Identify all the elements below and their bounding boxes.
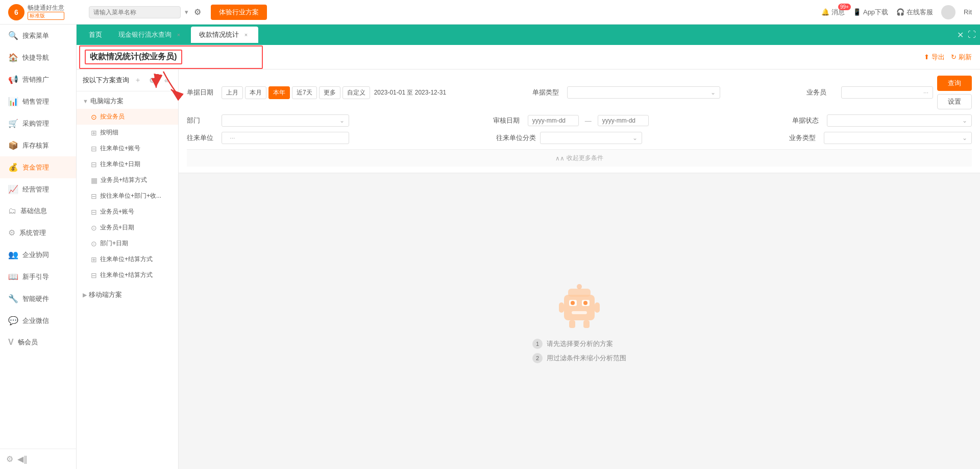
scheme-item-by-detail[interactable]: ⊞ 按明细	[77, 125, 178, 140]
scheme-item-counterpart-date[interactable]: ⊟ 往来单位+日期	[77, 156, 178, 172]
sidebar-item-vip[interactable]: V 畅会员	[0, 332, 76, 353]
tab-close-all-icon[interactable]: ✕	[957, 30, 964, 40]
sidebar-item-purchase[interactable]: 🛒 采购管理	[0, 112, 76, 134]
app-download-link[interactable]: 📱 App下载	[853, 8, 888, 17]
query-panel: 单据日期 上月 本月 本年 近7天 更多 自定义 2023-01-01 至 20…	[179, 69, 980, 469]
scheme-item-by-salesman[interactable]: ⊙ 按业务员	[77, 109, 178, 125]
date-btn-this-month[interactable]: 本月	[245, 86, 266, 99]
app-name: 畅捷通好生意	[28, 4, 64, 11]
sidebar-item-inventory[interactable]: 📦 库存核算	[0, 134, 76, 156]
refresh-button[interactable]: ↻ 刷新	[951, 53, 972, 62]
sidebar-item-business[interactable]: 📈 经营管理	[0, 178, 76, 200]
sidebar-collapse-icon[interactable]: ◀‖	[17, 454, 28, 464]
sidebar-item-sales[interactable]: 📊 销售管理	[0, 90, 76, 112]
robot-container	[554, 279, 605, 331]
counterpart-category-label: 往来单位分类	[496, 133, 536, 143]
display-settings-button[interactable]: 设置	[937, 94, 972, 109]
page-header-right: ⬆ 导出 ↻ 刷新	[924, 53, 972, 62]
home-tab-label: 首页	[89, 30, 102, 39]
scheme-collapse-button[interactable]: «	[161, 75, 172, 86]
refresh-icon: ↻	[951, 53, 957, 61]
tab-close-collection-stats[interactable]: ×	[242, 31, 250, 39]
top-header: 6 畅捷通好生意 标准版 ▾ ⚙ 体验行业方案 🔔 消息 99+ 📱 App下载…	[0, 0, 980, 25]
messages-button[interactable]: 🔔 消息 99+	[821, 8, 845, 17]
scheme-item-salesman-account[interactable]: ⊟ 业务员+账号	[77, 204, 178, 220]
sidebar-item-marketing[interactable]: 📢 营销推广	[0, 68, 76, 90]
menu-search-input[interactable]	[89, 6, 181, 18]
scheme-item-counterpart-dept-collect[interactable]: ⊟ 按往来单位+部门+收...	[77, 188, 178, 204]
scheme-panel-header: 按以下方案查询 ＋ ⚙ «	[77, 69, 178, 91]
sidebar-item-basic-info[interactable]: 🗂 基础信息	[0, 200, 76, 222]
breadcrumb-dropdown-icon[interactable]: ▾	[185, 8, 188, 16]
tab-close-bank-flow[interactable]: ×	[175, 31, 183, 39]
tab-home[interactable]: 首页	[81, 27, 110, 43]
counterpart-select[interactable]: ···	[222, 132, 349, 144]
date-btn-last-month[interactable]: 上月	[222, 86, 243, 99]
sidebar-item-corp-collab[interactable]: 👥 企业协同	[0, 244, 76, 266]
refresh-label: 刷新	[959, 53, 972, 62]
user-name: Rit	[964, 8, 972, 16]
sidebar-item-system[interactable]: ⚙ 系统管理	[0, 222, 76, 244]
sidebar: 🔍 搜索菜单 🏠 快捷导航 📢 营销推广 📊 销售管理 🛒 采购管理 📦 库存核…	[0, 25, 77, 469]
counterpart-category-select[interactable]: ⌄	[540, 132, 642, 144]
scheme-add-button[interactable]: ＋	[132, 75, 143, 86]
counterpart-more-icon[interactable]: ···	[230, 134, 235, 142]
scheme-section-desktop-header[interactable]: ▼ 电脑端方案	[77, 93, 178, 109]
business-type-select[interactable]: ⌄	[824, 132, 972, 144]
condition-row-2: 部门 ⌄ 审核日期 — 单据状态	[187, 114, 972, 127]
salesman-account-icon: ⊟	[91, 208, 97, 216]
query-button[interactable]: 查询	[937, 76, 972, 91]
sidebar-item-smart-hw[interactable]: 🔧 智能硬件	[0, 288, 76, 310]
sidebar-bottom: ⚙ ◀‖	[0, 449, 76, 469]
dept-date-label: 部门+日期	[100, 239, 128, 248]
scheme-item-dept-date[interactable]: ⊙ 部门+日期	[77, 236, 178, 251]
sidebar-item-finance[interactable]: 💰 资金管理	[0, 156, 76, 178]
counterpart-settlement2-label: 往来单位+结算方式	[100, 271, 153, 279]
tab-collection-stats[interactable]: 收款情况统计 ×	[191, 27, 258, 43]
review-date-from[interactable]	[528, 115, 579, 126]
export-button[interactable]: ⬆ 导出	[924, 53, 945, 62]
date-btn-7days[interactable]: 近7天	[292, 86, 317, 99]
sidebar-item-quick-nav[interactable]: 🏠 快捷导航	[0, 46, 76, 68]
sidebar-settings-icon[interactable]: ⚙	[6, 454, 13, 464]
scheme-item-counterpart-settlement2[interactable]: ⊟ 往来单位+结算方式	[77, 267, 178, 283]
business-type-arrow: ⌄	[962, 134, 967, 142]
tip-text-2: 用过滤条件来缩小分析范围	[547, 354, 626, 363]
sidebar-label: 系统管理	[19, 228, 46, 238]
system-icon: ⚙	[8, 228, 15, 238]
scheme-settings-button[interactable]: ⚙	[146, 75, 158, 86]
scheme-item-counterpart-settlement1[interactable]: ⊞ 往来单位+结算方式	[77, 251, 178, 267]
scheme-item-salesman-date[interactable]: ⊙ 业务员+日期	[77, 220, 178, 236]
collapse-conditions-bar[interactable]: ∧∧ 收起更多条件	[187, 149, 972, 167]
counterpart-dept-icon: ⊟	[91, 192, 97, 200]
scheme-section-mobile-header[interactable]: ▶ 移动端方案	[77, 287, 178, 302]
voucher-status-select[interactable]: ⌄	[827, 114, 972, 127]
trial-industry-button[interactable]: 体验行业方案	[211, 5, 267, 20]
voucher-type-select[interactable]: ⌄	[567, 86, 720, 99]
inventory-icon: 📦	[8, 140, 18, 150]
dept-select[interactable]: ⌄	[222, 114, 349, 127]
date-btn-more[interactable]: 更多	[319, 86, 340, 99]
tab-bank-flow[interactable]: 现金银行流水查询 ×	[110, 27, 191, 43]
online-service-link[interactable]: 🎧 在线客服	[896, 8, 933, 17]
tip-item-2: 2 用过滤条件来缩小分析范围	[532, 353, 626, 363]
sidebar-item-search-menu[interactable]: 🔍 搜索菜单	[0, 25, 76, 46]
sidebar-item-guide[interactable]: 📖 新手引导	[0, 266, 76, 288]
salesman-select[interactable]: ···	[841, 86, 933, 99]
business-icon: 📈	[8, 184, 18, 194]
date-btn-this-year[interactable]: 本年	[268, 86, 290, 99]
user-avatar[interactable]	[941, 5, 955, 19]
scheme-item-counterpart-account[interactable]: ⊟ 往来单位+账号	[77, 140, 178, 156]
bank-flow-tab-label: 现金银行流水查询	[118, 30, 172, 39]
date-btn-custom[interactable]: 自定义	[342, 86, 370, 99]
salesman-date-icon: ⊙	[91, 224, 97, 232]
tab-maximize-icon[interactable]: ⛶	[968, 30, 976, 39]
settings-gear-button[interactable]: ⚙	[190, 5, 205, 19]
tip-num-1: 1	[532, 339, 543, 349]
voucher-type-label: 单据类型	[532, 88, 563, 97]
scheme-item-salesman-settlement[interactable]: ▦ 业务员+结算方式	[77, 172, 178, 188]
dept-label: 部门	[187, 116, 217, 125]
sidebar-item-corp-wechat[interactable]: 💬 企业微信	[0, 310, 76, 332]
counterpart-settlement1-label: 往来单位+结算方式	[100, 255, 153, 264]
review-date-to[interactable]	[598, 115, 649, 126]
